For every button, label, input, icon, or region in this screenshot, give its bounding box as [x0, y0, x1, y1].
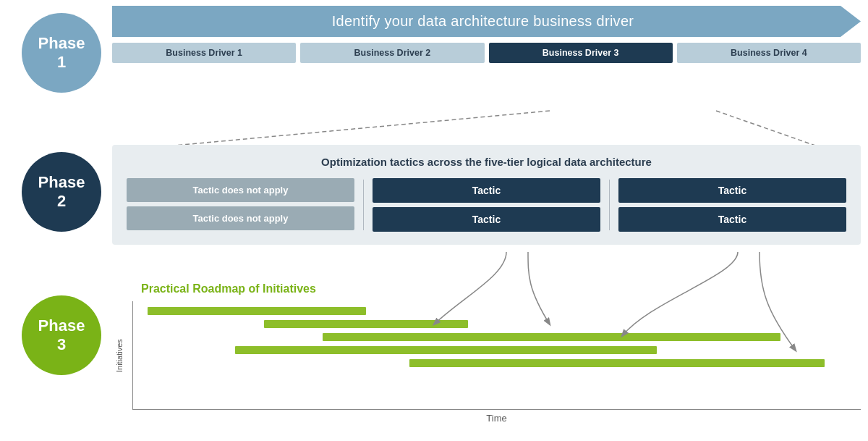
roadmap-title: Practical Roadmap of Initiatives [141, 282, 861, 295]
tactic-col3-1: Tactic [618, 178, 846, 203]
tactic-col3-2: Tactic [618, 207, 846, 232]
phase-2-label-line1: Phase [38, 173, 85, 192]
phase-3-label-line2: 3 [57, 335, 66, 354]
gantt-bar-2 [264, 320, 468, 328]
tactic-does-not-apply-1: Tactic does not apply [127, 178, 354, 202]
arrow-banner: Identify your data architecture business… [112, 6, 861, 37]
tactics-col-1: Tactic does not apply Tactic does not ap… [127, 178, 363, 230]
phase-3-label-line1: Phase [38, 316, 85, 335]
phase2-optimization-box: Optimization tactics across the five-tie… [112, 145, 861, 245]
phase2-title: Optimization tactics across the five-tie… [127, 156, 846, 168]
gantt-bar-3 [323, 333, 781, 341]
phase1-area: Identify your data architecture business… [112, 6, 861, 63]
tactic-does-not-apply-2: Tactic does not apply [127, 206, 354, 230]
business-driver-3[interactable]: Business Driver 3 [489, 43, 673, 63]
phase-2-circle: Phase 2 [22, 152, 101, 232]
business-driver-2[interactable]: Business Driver 2 [300, 43, 484, 63]
gantt-container: Initiatives [112, 301, 861, 410]
banner-text: Identify your data architecture business… [332, 13, 634, 29]
gantt-bar-1 [148, 307, 366, 315]
phase-2-label-line2: 2 [57, 192, 66, 211]
gantt-chart [132, 301, 861, 410]
phase-1-label-line1: Phase [38, 34, 85, 53]
tactics-col-3: Tactic Tactic [610, 178, 846, 232]
svg-line-1 [716, 111, 817, 146]
tactic-col2-2: Tactic [373, 207, 600, 232]
business-drivers-row: Business Driver 1 Business Driver 2 Busi… [112, 43, 861, 63]
svg-line-0 [166, 111, 550, 146]
gantt-bar-4 [235, 346, 657, 354]
tactic-col2-1: Tactic [373, 178, 600, 203]
tactics-col-2: Tactic Tactic [364, 178, 609, 232]
y-axis-label: Initiatives [112, 301, 132, 410]
phase-1-label-line2: 1 [57, 53, 66, 72]
business-driver-4[interactable]: Business Driver 4 [677, 43, 861, 63]
main-container: Phase 1 Phase 2 Phase 3 Identify your da… [0, 0, 868, 441]
phase3-area: Practical Roadmap of Initiatives Initiat… [112, 282, 861, 434]
business-driver-1[interactable]: Business Driver 1 [112, 43, 296, 63]
x-axis-label: Time [132, 413, 861, 424]
phase-3-circle: Phase 3 [22, 295, 101, 375]
tactics-row: Tactic does not apply Tactic does not ap… [127, 178, 846, 232]
gantt-bar-5 [409, 359, 824, 367]
phase-1-circle: Phase 1 [22, 13, 101, 93]
